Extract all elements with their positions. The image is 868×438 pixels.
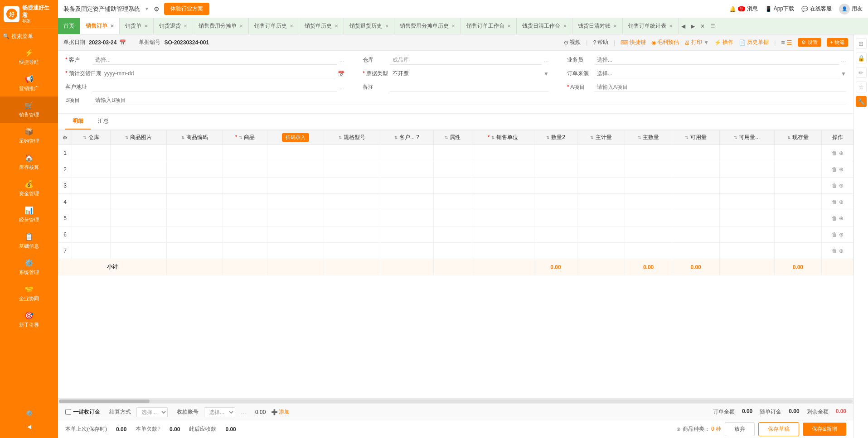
delete-row-btn[interactable]: 🗑: [832, 150, 837, 156]
receipt-account-select[interactable]: 选择...: [204, 407, 235, 417]
table-cell[interactable]: [267, 145, 324, 161]
right-panel-icon-5[interactable]: 🔧: [856, 96, 867, 107]
table-cell[interactable]: [625, 243, 672, 259]
table-cell[interactable]: [111, 226, 167, 243]
table-cell[interactable]: [166, 161, 223, 178]
th-spec[interactable]: ⇅ 规格型号: [324, 130, 380, 145]
table-cell[interactable]: [472, 210, 534, 226]
help-toolbar-btn[interactable]: ? 帮助: [593, 39, 608, 46]
tab-cashflow-daily[interactable]: 钱货日清工作台 ✕: [517, 18, 572, 34]
sidebar-item-collab[interactable]: 🤝 企业协同: [0, 280, 58, 307]
tab-expense-history[interactable]: 销售费用分摊单历史 ✕: [394, 18, 461, 34]
notification-btn[interactable]: 🔔 9 消息: [729, 5, 758, 13]
table-cell[interactable]: [324, 243, 380, 259]
table-cell[interactable]: [380, 194, 434, 210]
table-cell[interactable]: [472, 145, 534, 161]
a-project-input[interactable]: [594, 82, 846, 92]
sidebar-item-finance[interactable]: 💰 资金管理: [0, 175, 58, 202]
shortcut-toolbar-btn[interactable]: ⌨ 快捷键: [621, 39, 646, 46]
sidebar-item-inventory[interactable]: 🏠 库存核算: [0, 149, 58, 175]
tabbar-next-btn[interactable]: ▶: [688, 23, 698, 29]
save-new-btn[interactable]: 保存&新增: [803, 423, 846, 436]
table-cell[interactable]: [324, 210, 380, 226]
table-cell[interactable]: [672, 145, 719, 161]
table-cell[interactable]: [719, 226, 774, 243]
table-cell[interactable]: [625, 161, 672, 178]
table-cell[interactable]: [433, 178, 472, 194]
table-cell[interactable]: [534, 226, 577, 243]
th-product-img[interactable]: ⇅ 商品图片: [111, 130, 167, 145]
table-cell[interactable]: [472, 194, 534, 210]
table-cell[interactable]: [577, 194, 625, 210]
copy-row-btn[interactable]: ⊕: [839, 231, 844, 238]
table-cell[interactable]: [672, 161, 719, 178]
delete-row-btn[interactable]: 🗑: [832, 199, 837, 205]
tab-sales-return-close[interactable]: ✕: [184, 24, 187, 29]
delete-row-btn[interactable]: 🗑: [832, 166, 837, 173]
scroll-track[interactable]: [59, 399, 853, 403]
table-cell[interactable]: [433, 210, 472, 226]
sidebar-settings-btn[interactable]: ⚙️: [0, 406, 58, 420]
copy-row-btn[interactable]: ⊕: [839, 215, 844, 221]
table-cell[interactable]: [166, 243, 223, 259]
table-cell[interactable]: [166, 210, 223, 226]
tabbar-close-all-btn[interactable]: ✕: [698, 23, 708, 29]
table-cell[interactable]: [672, 210, 719, 226]
tab-sales-order-history[interactable]: 销售订单历史 ✕: [249, 18, 299, 34]
table-cell[interactable]: [324, 194, 380, 210]
right-panel-icon-3[interactable]: ✏: [856, 67, 867, 78]
th-main-qty[interactable]: ⇅ 主数量: [625, 130, 672, 145]
table-cell[interactable]: [111, 178, 167, 194]
table-cell[interactable]: [166, 194, 223, 210]
table-cell[interactable]: [111, 243, 167, 259]
sidebar-item-ops[interactable]: 📊 经营管理: [0, 202, 58, 228]
table-cell[interactable]: [72, 178, 111, 194]
customer-dots[interactable]: …: [339, 57, 344, 63]
table-cell[interactable]: [324, 145, 380, 161]
sidebar-collapse-btn[interactable]: ◀: [0, 420, 58, 433]
table-cell[interactable]: [166, 145, 223, 161]
tab-sales-credit-close[interactable]: ✕: [144, 24, 148, 29]
scan-btn[interactable]: 扫码录入: [282, 133, 309, 142]
warehouse-dots[interactable]: …: [543, 57, 549, 63]
table-cell[interactable]: [72, 161, 111, 178]
th-settings[interactable]: ⚙: [58, 130, 72, 145]
table-cell[interactable]: [672, 226, 719, 243]
table-cell[interactable]: [380, 161, 434, 178]
th-current-qty[interactable]: ⇅ 现存量: [774, 130, 821, 145]
tab-detail[interactable]: 明细: [65, 114, 91, 130]
print-toolbar-btn[interactable]: 🖨 打印 ▼: [684, 39, 709, 46]
table-cell[interactable]: [267, 226, 324, 243]
th-product[interactable]: ⇅ 商品: [223, 130, 267, 145]
table-cell[interactable]: [380, 178, 434, 194]
profit-toolbar-btn[interactable]: ◉ 毛利预估: [651, 39, 679, 46]
table-cell[interactable]: [223, 243, 267, 259]
table-cell[interactable]: [577, 243, 625, 259]
tab-cashflow-reconcile[interactable]: 钱货日清对账 ✕: [572, 18, 623, 34]
calendar-icon[interactable]: 📅: [119, 39, 126, 46]
add-item-btn[interactable]: + 物流: [827, 38, 848, 47]
table-cell[interactable]: [719, 161, 774, 178]
tab-order-history-close[interactable]: ✕: [290, 24, 293, 29]
sidebar-item-guide[interactable]: 🎯 新手引导: [0, 307, 58, 333]
table-cell[interactable]: [625, 145, 672, 161]
table-cell[interactable]: [72, 226, 111, 243]
sidebar-item-purchase[interactable]: 📦 采购管理: [0, 123, 58, 149]
table-cell[interactable]: [111, 194, 167, 210]
table-cell[interactable]: [380, 145, 434, 161]
table-cell[interactable]: [719, 145, 774, 161]
tab-expense-history-close[interactable]: ✕: [451, 24, 455, 29]
table-cell[interactable]: [72, 243, 111, 259]
table-cell[interactable]: [534, 178, 577, 194]
one-click-checkbox[interactable]: [65, 409, 71, 415]
sidebar-search[interactable]: 🔍 搜索菜单: [0, 29, 58, 44]
history-toolbar-btn[interactable]: 📄 历史单据: [739, 39, 769, 46]
tab-sales-summary[interactable]: 销售订单统计表 ✕: [623, 18, 679, 34]
table-cell[interactable]: [534, 210, 577, 226]
table-cell[interactable]: [433, 161, 472, 178]
table-cell[interactable]: [774, 226, 821, 243]
table-cell[interactable]: [774, 178, 821, 194]
table-cell[interactable]: [111, 161, 167, 178]
copy-row-btn[interactable]: ⊕: [839, 199, 844, 205]
table-cell[interactable]: [719, 243, 774, 259]
